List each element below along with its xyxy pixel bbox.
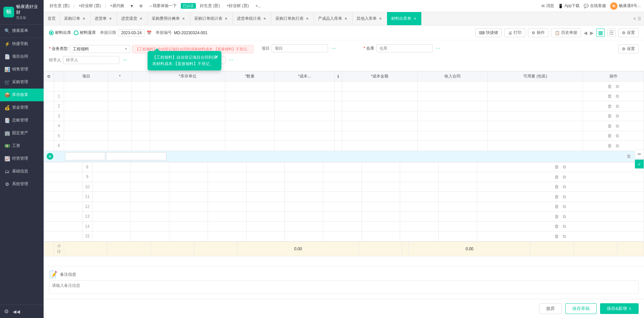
calendar-icon[interactable]: 📅 [147, 31, 152, 35]
tab-close-incoming-return[interactable]: ✕ [139, 16, 143, 21]
date-value[interactable]: 2023-03-24 [118, 29, 145, 37]
row-3-delete-btn[interactable]: 🗑 [606, 113, 613, 119]
tab-close-purchase-order[interactable]: ✕ [82, 16, 86, 21]
row-13-unit[interactable] [208, 212, 246, 222]
settings-gear-btn[interactable]: ⚙ 设置 [618, 28, 639, 37]
row-2-delete-btn[interactable]: 🗑 [606, 103, 613, 109]
history-btn[interactable]: 📋 历史单据 [551, 28, 581, 37]
row-5-name[interactable] [108, 131, 132, 141]
row-11-spec[interactable] [169, 192, 208, 202]
row-1-cost[interactable] [275, 91, 335, 101]
row-6-unit[interactable] [150, 141, 225, 151]
row-9-copy-btn[interactable]: ⧉ [561, 174, 568, 180]
row-15-spec[interactable] [169, 231, 208, 242]
tab-close-finished-stock[interactable]: ✕ [343, 16, 348, 21]
row-8-copy-btn[interactable]: ⧉ [561, 164, 568, 170]
topbar-dropdown-arrow[interactable]: ▼ [128, 2, 135, 10]
sidebar-collapse-btn[interactable]: ◀◀ [13, 309, 20, 314]
row-7-item[interactable] [64, 82, 108, 92]
row-9-spec[interactable] [169, 172, 208, 182]
row-10-cost[interactable] [285, 182, 323, 192]
sidebar-item-operations[interactable]: 📈 经营管理 [0, 152, 44, 165]
handler-input[interactable] [63, 56, 119, 64]
project-dots-btn[interactable]: ··· [330, 45, 337, 51]
tab-finished-stock[interactable]: 产成品入库单 ✕ [314, 12, 353, 25]
row-3-cost[interactable] [275, 111, 335, 121]
topbar-certified2[interactable]: 好生意 (普) [197, 2, 222, 10]
print-btn[interactable]: 🖨 打印 [504, 28, 525, 37]
handler-dots-btn[interactable]: ··· [121, 57, 128, 63]
row-15-delete-btn[interactable]: 🗑 [553, 233, 560, 240]
row-5-spec[interactable] [131, 131, 150, 141]
row-11-delete-btn[interactable]: 🗑 [553, 193, 560, 200]
topbar-item-haoyecai[interactable]: +好业财 (普) [76, 2, 103, 10]
project-input[interactable] [272, 44, 328, 52]
tab-close-incoming-stats[interactable]: ✕ [262, 16, 267, 21]
row-12-spec[interactable] [169, 202, 208, 212]
row-2-income-contract[interactable] [417, 101, 487, 111]
row-3-copy-btn[interactable]: ⧉ [614, 113, 621, 119]
row-6-name[interactable] [108, 141, 132, 151]
row-13-cost-amount[interactable] [362, 212, 400, 222]
tab-close-other-stock[interactable]: ✕ [378, 16, 383, 21]
row-13-item[interactable] [92, 212, 131, 222]
row-13-name[interactable] [131, 212, 169, 222]
row-5-item[interactable] [64, 131, 108, 141]
row-6-cost-amount[interactable] [342, 141, 417, 151]
row-6-qty[interactable] [225, 141, 274, 151]
row-5-qty[interactable] [225, 131, 274, 141]
row-9-item[interactable] [92, 172, 131, 182]
sidebar-item-inventory[interactable]: 📦 库存核算 [0, 89, 44, 101]
row-14-cost[interactable] [285, 221, 323, 231]
tab-purchase-order[interactable]: 采购订单 ✕ [60, 12, 91, 25]
tab-close-incoming[interactable]: ✕ [108, 16, 113, 21]
row-10-copy-btn[interactable]: ⧉ [561, 183, 568, 190]
sidebar-item-sales[interactable]: 📊 销售管理 [0, 63, 44, 76]
row-9-qty[interactable] [246, 172, 285, 182]
row-7-delete-btn[interactable]: 🗑 [606, 83, 613, 90]
tab-close-all-btn[interactable]: ✕ [633, 16, 636, 21]
warehouse-dots-btn[interactable]: ··· [435, 45, 442, 51]
row-13-cost[interactable] [285, 212, 323, 222]
row-4-cost[interactable] [275, 121, 335, 131]
row-8-delete-btn[interactable]: 🗑 [553, 164, 560, 170]
row-2-spec[interactable] [131, 101, 150, 111]
row-6-copy-btn[interactable]: ⧉ [614, 143, 621, 149]
row-13-copy-btn[interactable]: ⧉ [561, 213, 568, 220]
row-13-qty[interactable] [246, 212, 285, 222]
topbar-item-yidaizhang[interactable]: +易代账 [107, 2, 127, 10]
tab-material-outbound[interactable]: 材料出库单 ✕ [387, 12, 422, 25]
row-14-copy-btn[interactable]: ⧉ [561, 223, 568, 230]
row-1-income-contract[interactable] [417, 91, 487, 101]
row-11-income-contract[interactable] [400, 192, 439, 202]
row-7-name[interactable] [108, 82, 132, 92]
tab-close-purchase-expense[interactable]: ✕ [181, 16, 186, 21]
row-5-delete-btn[interactable]: 🗑 [606, 132, 613, 139]
row-9-cost-amount[interactable] [362, 172, 400, 182]
row-3-item[interactable] [64, 111, 108, 121]
row-2-name[interactable] [108, 101, 132, 111]
tab-purchase-stats[interactable]: 采购订单统计表 ✕ [190, 12, 233, 25]
row-6-cost[interactable] [275, 141, 335, 151]
row-8-unit[interactable] [208, 162, 246, 172]
page-settings-btn[interactable]: ⚙ 设置 [618, 44, 639, 53]
topbar-settings-btn[interactable]: ⚙ [137, 2, 146, 10]
row-1-delete-btn[interactable]: 🗑 [606, 93, 613, 100]
row-10-spec[interactable] [169, 182, 208, 192]
row-7-copy-btn[interactable]: ⧉ [614, 83, 621, 90]
topbar-certified3[interactable]: +好业财 (普) [224, 2, 251, 10]
row-3-cost-amount[interactable] [342, 111, 417, 121]
sidebar-item-finance[interactable]: 💰 资金管理 [0, 101, 44, 114]
row-9-name[interactable] [131, 172, 169, 182]
row-4-item[interactable] [64, 121, 108, 131]
row-10-name[interactable] [131, 182, 169, 192]
row-6-delete-btn[interactable]: 🗑 [606, 142, 613, 149]
row-10-income-contract[interactable] [400, 182, 439, 192]
row-3-income-contract[interactable] [417, 111, 487, 121]
row-12-income-contract[interactable] [400, 202, 439, 212]
side-tool-edit-btn[interactable]: ✏ [635, 149, 644, 159]
row-1-spec[interactable] [131, 91, 150, 101]
row-7-cost[interactable] [275, 82, 335, 92]
row-5-cost[interactable] [275, 131, 335, 141]
topbar-item-haoshengyi[interactable]: 好生意 (普) [47, 2, 72, 10]
